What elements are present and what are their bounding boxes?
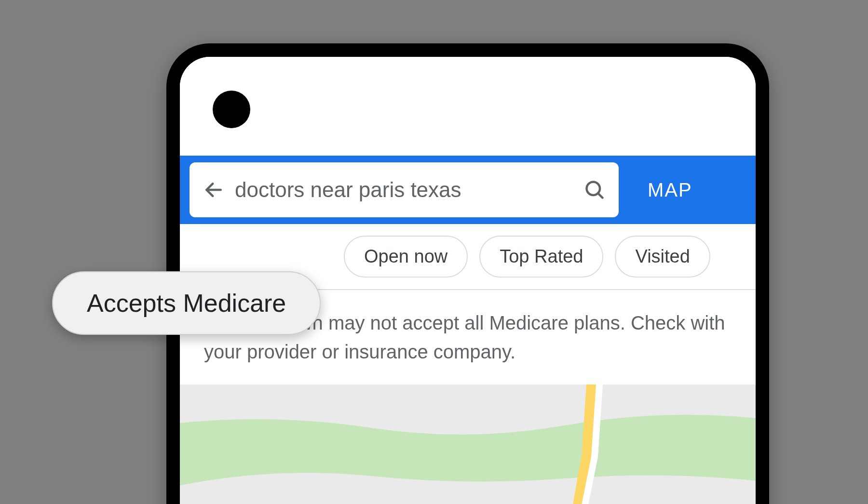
filter-chip-open-now[interactable]: Open now <box>344 236 468 278</box>
map-area[interactable] <box>180 385 756 504</box>
search-input[interactable] <box>235 178 573 202</box>
svg-line-2 <box>598 193 602 198</box>
search-icon[interactable] <box>584 179 605 200</box>
camera-hole <box>213 91 250 128</box>
search-box[interactable] <box>190 162 619 217</box>
search-header: MAP <box>180 156 756 224</box>
map-button[interactable]: MAP <box>633 179 707 201</box>
filter-chip-top-rated[interactable]: Top Rated <box>479 236 603 278</box>
filter-chip-visited[interactable]: Visited <box>615 236 710 278</box>
back-arrow-icon[interactable] <box>203 179 224 200</box>
filter-chip-accepts-medicare[interactable]: Accepts Medicare <box>52 271 321 335</box>
status-bar <box>180 57 756 156</box>
